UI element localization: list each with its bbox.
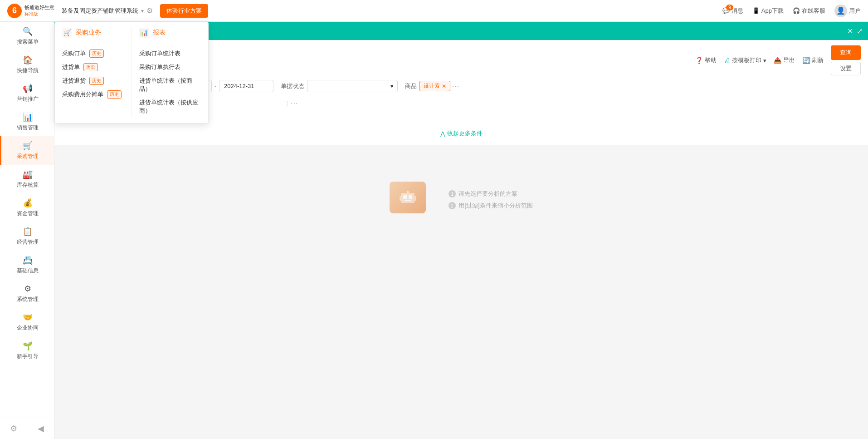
- empty-state: 1 请先选择要分析的方案 2 用[过滤]条件来缩小分析范围: [54, 145, 868, 254]
- tabs-controls: ✕ ⤢: [847, 27, 868, 35]
- inbound-history-badge: 历史: [83, 63, 98, 71]
- empty-icon-box: [390, 182, 426, 213]
- refresh-button[interactable]: 🔄 刷新: [802, 56, 824, 64]
- tab-close-icon[interactable]: ✕: [847, 27, 853, 35]
- goods-more-btn[interactable]: ···: [452, 82, 459, 90]
- status-label: 单据状态: [281, 82, 304, 90]
- query-button[interactable]: 查询: [831, 45, 861, 60]
- sidebar-label-purchase: 采购管理: [17, 153, 39, 160]
- headset-icon: 🎧: [793, 7, 800, 14]
- top-bar: 6 畅通道好生意 标准版 装备及固定资产辅助管理系统 ▾ ⚙ 体验行业方案 💬 …: [0, 0, 868, 22]
- order-exec-label: 采购订单执行表: [139, 63, 180, 71]
- svg-rect-0: [401, 193, 414, 203]
- dropdown-item-inbound[interactable]: 进货单 历史: [62, 60, 124, 74]
- user-button[interactable]: 👤 用户: [834, 5, 861, 17]
- message-badge: 9: [726, 5, 733, 10]
- export-button[interactable]: 📤 导出: [774, 56, 795, 64]
- goods-tag-close[interactable]: ✕: [442, 83, 446, 89]
- order-stats-label: 采购订单统计表: [139, 49, 180, 58]
- app-download-button[interactable]: 📱 App下载: [752, 7, 784, 15]
- purchase-order-history-badge: 历史: [89, 49, 104, 58]
- status-select[interactable]: ▾: [307, 80, 398, 92]
- dropdown-item-purchase-order[interactable]: 采购订单 历史: [62, 47, 124, 60]
- help-button[interactable]: ❓ 帮助: [695, 56, 717, 64]
- sidebar-item-inventory[interactable]: 🏭 库存核算: [0, 165, 54, 193]
- inbound-by-supplier-label: 进货单统计表（按供应商）: [139, 99, 201, 115]
- sidebar-label-operations: 经营管理: [17, 238, 39, 246]
- megaphone-icon: 📢: [23, 84, 33, 94]
- dropdown-item-order-stats[interactable]: 采购订单统计表: [139, 47, 201, 60]
- purchase-order-label: 采购订单: [62, 49, 86, 58]
- gear-icon: ⚙: [24, 284, 31, 294]
- sidebar-label-basicinfo: 基础信息: [17, 267, 39, 275]
- sidebar-item-operations[interactable]: 📋 经营管理: [0, 222, 54, 251]
- sidebar-item-basicinfo[interactable]: 📇 基础信息: [0, 251, 54, 279]
- sidebar-item-quicknav[interactable]: 🏠 快捷导航: [0, 50, 54, 79]
- home-icon: 🏠: [23, 55, 33, 65]
- sidebar-item-marketing[interactable]: 📢 营销推广: [0, 79, 54, 108]
- salesperson-select[interactable]: [206, 101, 288, 106]
- dropdown-item-order-exec[interactable]: 采购订单执行表: [139, 60, 201, 74]
- sidebar-item-sales[interactable]: 📊 销售管理: [0, 108, 54, 136]
- clipboard-icon: 📋: [23, 227, 33, 237]
- cart-icon: 🛒: [23, 141, 33, 151]
- app-label: App下载: [761, 7, 784, 15]
- collapse-conditions[interactable]: ⋀ 收起更多条件: [62, 128, 861, 139]
- print-dropdown-arrow[interactable]: ▾: [763, 57, 766, 64]
- refresh-icon: 🔄: [802, 57, 810, 64]
- status-select-arrow: ▾: [390, 83, 394, 89]
- sidebar-item-finance[interactable]: 💰 资金管理: [0, 193, 54, 222]
- system-dropdown-arrow[interactable]: ▾: [141, 8, 144, 14]
- handshake-icon: 🤝: [23, 312, 33, 322]
- purchase-col-icon: 🛒: [62, 28, 72, 38]
- dropdown-item-return[interactable]: 进货退货 历史: [62, 74, 124, 88]
- message-button[interactable]: 💬 9 消息: [722, 7, 743, 15]
- card-icon: 📇: [23, 255, 33, 265]
- dropdown-purchase-header: 🛒 采购业务: [62, 28, 124, 41]
- logo-area: 6 畅通道好生意 标准版: [7, 4, 62, 18]
- sidebar-item-guide[interactable]: 🌱 新手引导: [0, 336, 54, 365]
- dropdown-purchase-col: 🛒 采购业务 采购订单 历史 进货单 历史 进货退货 历史 采购费用分摊单 历史: [55, 28, 132, 118]
- return-history-badge: 历史: [89, 77, 104, 85]
- tab-expand-icon[interactable]: ⤢: [857, 27, 863, 35]
- dropdown-report-header: 📊 报表: [139, 28, 201, 41]
- system-area: 装备及固定资产辅助管理系统 ▾ ⚙ 体验行业方案: [62, 4, 722, 18]
- dropdown-columns: 🛒 采购业务 采购订单 历史 进货单 历史 进货退货 历史 采购费用分摊单 历史: [55, 28, 208, 118]
- print-button[interactable]: 🖨 按模板打印 ▾: [724, 56, 766, 64]
- dropdown-item-inbound-by-supplier[interactable]: 进货单统计表（按供应商）: [139, 96, 201, 118]
- service-button[interactable]: 🎧 在线客服: [793, 7, 825, 15]
- sidebar-bottom: ⚙ ◀: [0, 418, 54, 439]
- sidebar-label-inventory: 库存核算: [17, 181, 39, 189]
- sidebar-item-system[interactable]: ⚙ 系统管理: [0, 279, 54, 308]
- dropdown-item-inbound-by-goods[interactable]: 进货单统计表（按商品）: [139, 74, 201, 96]
- cost-label: 采购费用分摊单: [62, 90, 103, 99]
- service-label: 在线客服: [802, 7, 825, 15]
- collapse-icon[interactable]: ◀: [38, 424, 44, 434]
- system-gear-icon[interactable]: ⚙: [146, 6, 153, 15]
- sidebar-label-enterprise: 企业协同: [17, 324, 39, 332]
- svg-rect-3: [405, 200, 411, 201]
- sidebar-item-purchase[interactable]: 🛒 采购管理: [0, 136, 54, 165]
- refresh-label: 刷新: [812, 56, 824, 64]
- industry-button[interactable]: 体验行业方案: [160, 4, 208, 18]
- export-label: 导出: [783, 56, 795, 64]
- goods-tag: 设计素 ✕: [419, 81, 450, 91]
- logo-icon: 6: [7, 4, 22, 18]
- svg-rect-6: [414, 196, 416, 201]
- dropdown-item-cost[interactable]: 采购费用分摊单 历史: [62, 88, 124, 101]
- sidebar-item-search[interactable]: 🔍 搜索菜单: [0, 22, 54, 50]
- help-icon: ❓: [695, 57, 703, 64]
- date-end-input[interactable]: [219, 80, 273, 92]
- salesperson-more-btn[interactable]: ···: [291, 99, 298, 108]
- empty-tip-2: 2 用[过滤]条件来缩小分析范围: [449, 202, 532, 210]
- svg-rect-4: [407, 191, 409, 193]
- settings-button[interactable]: 设置: [831, 62, 861, 75]
- inbound-by-goods-label: 进货单统计表（按商品）: [139, 77, 201, 93]
- sidebar-label-finance: 资金管理: [17, 210, 39, 217]
- settings-icon[interactable]: ⚙: [10, 424, 17, 434]
- sidebar-label-guide: 新手引导: [17, 353, 39, 360]
- sidebar-item-enterprise[interactable]: 🤝 企业协同: [0, 308, 54, 336]
- user-label: 用户: [849, 7, 861, 15]
- help-label: 帮助: [705, 56, 717, 64]
- date-separator: -: [215, 83, 216, 89]
